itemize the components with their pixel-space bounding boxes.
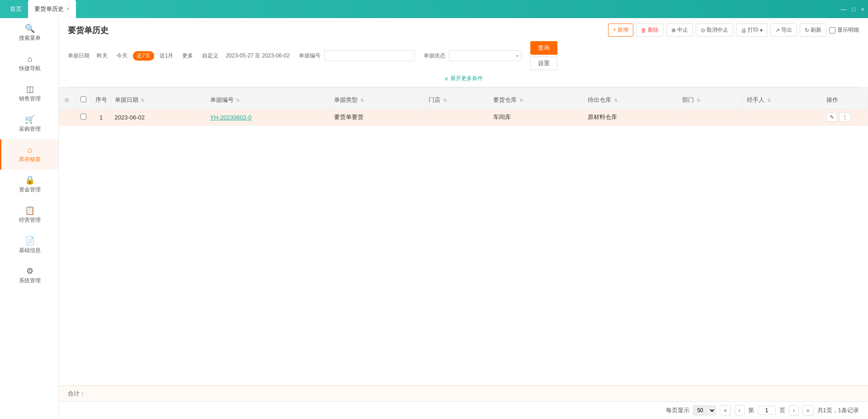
date-option-today[interactable]: 今天 — [113, 51, 131, 61]
th-handler[interactable]: 经手人 ⇅ — [743, 91, 823, 109]
sort-doctype-icon: ⇅ — [360, 98, 364, 103]
sort-dept-icon: ⇅ — [697, 98, 700, 103]
new-button[interactable]: + 新增 — [608, 24, 633, 37]
page-input[interactable] — [758, 406, 776, 415]
last-page-btn[interactable]: » — [802, 405, 814, 415]
sidebar-item-purchase[interactable]: 🛒 采购管理 — [0, 109, 58, 139]
sidebar-item-label: 资金管理 — [19, 186, 41, 194]
stop-button[interactable]: ⊗ 中止 — [666, 24, 693, 37]
sidebar-item-inventory[interactable]: ⌂ 库存核算 — [0, 139, 58, 170]
sidebar-item-basic[interactable]: 📄 基础信息 — [0, 230, 58, 261]
gear-icon: ⚙ — [26, 267, 33, 275]
export-button[interactable]: ↗ 导出 — [770, 24, 797, 37]
top-bar: 首页 要货单历史 × — □ × — [0, 0, 868, 18]
next-page-btn[interactable]: › — [789, 405, 799, 415]
th-num: 序号 — [91, 91, 111, 109]
display-detail-label[interactable]: 显示明细 — [829, 26, 859, 34]
prev-page-btn[interactable]: ‹ — [735, 405, 745, 415]
tab-close-btn[interactable]: × — [66, 6, 70, 12]
expand-more-btn[interactable]: ∨ 展开更多条件 — [444, 75, 483, 82]
sidebar-item-operations[interactable]: 📋 经营管理 — [0, 200, 58, 230]
jump-label: 第 — [748, 406, 754, 414]
expand-more-row: ∨ 展开更多条件 — [68, 73, 859, 82]
print-icon: 🖨 — [741, 27, 746, 33]
settings-button[interactable]: 设置 — [530, 57, 557, 70]
query-button[interactable]: 查询 — [530, 41, 557, 55]
doc-status-filter-group: 单据状态 ▾ — [424, 50, 521, 61]
tab-active[interactable]: 要货单历史 × — [28, 0, 76, 18]
page-title: 要货单历史 — [68, 25, 108, 36]
doc-status-select[interactable] — [449, 50, 521, 61]
sort-reqwh-icon: ⇅ — [519, 98, 523, 103]
tab-home[interactable]: 首页 — [4, 0, 28, 18]
th-pending-warehouse[interactable]: 待出仓库 ⇅ — [584, 91, 679, 109]
refresh-icon: ↻ — [805, 27, 809, 33]
cancel-stop-button[interactable]: ⊙ 取消中止 — [696, 24, 733, 37]
sort-handler-icon: ⇅ — [767, 98, 771, 103]
select-all-checkbox[interactable] — [80, 96, 86, 102]
date-option-7days[interactable]: 近7天 — [133, 51, 154, 61]
main-table: ⚙ 序号 单据日期 ⇅ 单据编号 — [59, 91, 868, 126]
delete-button[interactable]: 🗑 删除 — [636, 24, 664, 37]
th-doc-num[interactable]: 单据编号 ⇅ — [206, 91, 330, 109]
row-checkbox[interactable] — [80, 114, 86, 119]
print-button[interactable]: 🖨 打印 ▾ — [736, 24, 768, 37]
date-option-1month[interactable]: 近1月 — [156, 51, 177, 61]
td-date: 2023-06-02 — [111, 109, 206, 126]
filter-area: 单据日期 昨天 今天 近7天 近1月 更多 自定义 2023-05-27 至 2… — [68, 41, 859, 87]
table-row: 1 2023-06-02 YH-20230602-0 要货单要货 车间库 原材料… — [59, 109, 868, 126]
doc-status-label: 单据状态 — [424, 52, 445, 60]
sidebar-item-label: 销售管理 — [19, 95, 41, 103]
doc-number-input[interactable] — [324, 50, 415, 61]
search-icon: 🔍 — [25, 24, 35, 33]
page-label: 页 — [779, 406, 785, 414]
sort-store-icon: ⇅ — [443, 98, 447, 103]
column-settings-icon[interactable]: ⚙ — [64, 97, 70, 104]
sidebar-item-search[interactable]: 🔍 搜索菜单 — [0, 18, 58, 48]
print-dropdown-icon: ▾ — [760, 27, 763, 33]
export-icon: ↗ — [775, 27, 780, 33]
doc-icon: 📋 — [25, 206, 35, 214]
date-option-custom[interactable]: 自定义 — [198, 51, 222, 61]
pagination-summary: 共1页，1条记录 — [817, 406, 859, 414]
per-page-select[interactable]: 20 50 100 — [693, 405, 716, 415]
sidebar-item-sales[interactable]: ◫ 销售管理 — [0, 79, 58, 109]
sidebar-item-system[interactable]: ⚙ 系统管理 — [0, 261, 58, 291]
th-store[interactable]: 门店 ⇅ — [425, 91, 490, 109]
minimize-btn[interactable]: — — [841, 6, 847, 13]
action-btn-group: 查询 设置 — [530, 41, 557, 70]
th-req-warehouse[interactable]: 要货仓库 ⇅ — [490, 91, 584, 109]
row-more-btn[interactable]: ⋮ — [839, 113, 851, 122]
sidebar-item-finance[interactable]: 🔒 资金管理 — [0, 170, 58, 200]
close-btn[interactable]: × — [861, 6, 864, 13]
td-req-warehouse: 车间库 — [490, 109, 584, 126]
filter-row-1: 单据日期 昨天 今天 近7天 近1月 更多 自定义 2023-05-27 至 2… — [68, 41, 859, 70]
row-edit-btn[interactable]: ✎ — [826, 113, 837, 122]
doc-number-filter-group: 单据编号 — [299, 50, 415, 61]
page-title-bar: 要货单历史 + 新增 🗑 删除 ⊗ 中止 ⊙ 取消中止 — [68, 24, 859, 37]
td-pending-warehouse: 原材料仓库 — [584, 109, 679, 126]
refresh-button[interactable]: ↻ 刷新 — [800, 24, 826, 37]
cart-icon: 🛒 — [25, 115, 35, 124]
date-option-yesterday[interactable]: 昨天 — [93, 51, 111, 61]
sidebar-item-label: 系统管理 — [19, 277, 41, 285]
th-checkbox — [75, 91, 91, 109]
sidebar-item-shortcuts[interactable]: ⌂ 快捷导航 — [0, 48, 58, 79]
first-page-btn[interactable]: « — [720, 405, 731, 415]
th-action: 操作 — [823, 91, 868, 109]
maximize-btn[interactable]: □ — [852, 6, 856, 13]
chart-icon: ◫ — [26, 85, 34, 93]
date-option-more[interactable]: 更多 — [179, 51, 197, 61]
td-doc-num: YH-20230602-0 — [206, 109, 330, 126]
date-filter-label: 单据日期 — [68, 52, 90, 60]
td-num: 1 — [91, 109, 111, 126]
sort-docnum-icon: ⇅ — [236, 98, 240, 103]
th-date[interactable]: 单据日期 ⇅ — [111, 91, 206, 109]
row-action-btns: ✎ ⋮ — [826, 113, 864, 122]
th-department[interactable]: 部门 ⇅ — [678, 91, 743, 109]
date-range-display: 2023-05-27 至 2023-06-02 — [226, 52, 289, 60]
td-department — [678, 109, 743, 126]
doc-num-link[interactable]: YH-20230602-0 — [210, 114, 252, 121]
display-detail-checkbox[interactable] — [829, 27, 835, 33]
th-doc-type[interactable]: 单据类型 ⇅ — [330, 91, 425, 109]
